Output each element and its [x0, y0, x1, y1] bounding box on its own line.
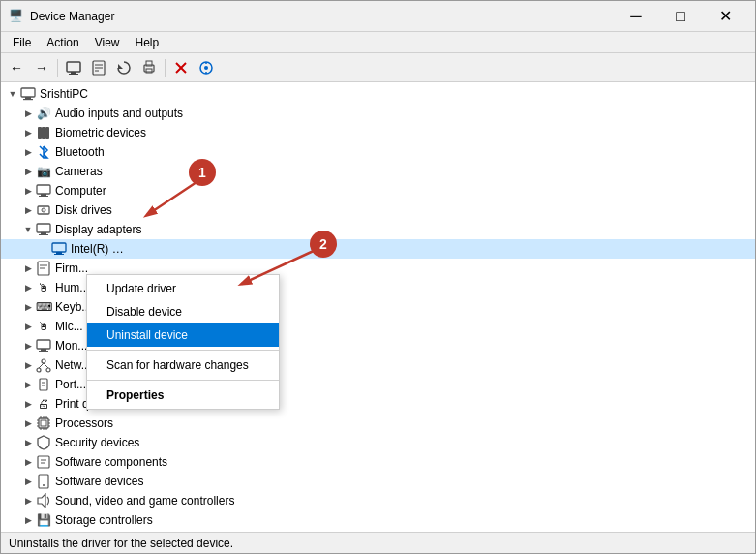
sound-icon [36, 493, 51, 508]
tree-item-display[interactable]: ▼ Display adapters [1, 220, 755, 239]
svg-point-41 [42, 359, 45, 363]
svg-rect-2 [69, 74, 78, 75]
toolbar-forward[interactable]: → [30, 56, 53, 79]
tree-item-cameras[interactable]: ▶ 📷 Cameras [1, 162, 755, 181]
network-icon [36, 357, 51, 373]
svg-rect-33 [56, 252, 62, 254]
minimize-button[interactable]: ─ [614, 1, 658, 32]
cameras-label: Cameras [55, 165, 103, 178]
network-expand-icon[interactable]: ▶ [20, 357, 36, 373]
toolbar-print[interactable] [137, 56, 161, 79]
toolbar-back[interactable]: ← [5, 56, 28, 79]
svg-rect-19 [23, 99, 33, 100]
toolbar: ← → [1, 53, 755, 82]
tree-item-bluetooth[interactable]: ▶ Bluetooth [1, 142, 755, 162]
root-label: SrishtiPC [40, 87, 88, 101]
svg-rect-50 [41, 420, 46, 426]
menu-action[interactable]: Action [39, 34, 86, 51]
close-button[interactable]: ✕ [703, 1, 747, 32]
svg-rect-38 [37, 340, 50, 349]
svg-point-43 [46, 368, 50, 372]
tree-item-sound[interactable]: ▶ Sound, video and game controllers [1, 491, 755, 510]
sw-devices-label: Software devices [55, 475, 143, 488]
menu-file[interactable]: File [5, 34, 39, 51]
keyboard-expand-icon[interactable]: ▶ [20, 299, 36, 315]
toolbar-scan[interactable] [195, 56, 218, 79]
display-label: Display adapters [55, 223, 141, 236]
ctx-properties[interactable]: Properties [87, 384, 279, 407]
ctx-uninstall-device[interactable]: Uninstall device [87, 323, 279, 347]
tree-item-processors[interactable]: ▶ Processors [1, 414, 755, 433]
toolbar-computer[interactable] [62, 56, 85, 79]
tree-item-computer[interactable]: ▶ Computer [1, 181, 755, 200]
root-expand-icon[interactable]: ▼ [5, 86, 20, 102]
bluetooth-expand-icon[interactable]: ▶ [20, 144, 36, 160]
biometric-expand-icon[interactable]: ▶ [20, 125, 36, 140]
tree-item-sw-components[interactable]: ▶ Software components [1, 452, 755, 472]
firmware-label: Firm... [55, 262, 88, 275]
tree-item-disk[interactable]: ▶ Disk drives [1, 200, 755, 220]
print-icon: 🖨 [36, 396, 51, 412]
ports-expand-icon[interactable]: ▶ [20, 377, 36, 392]
status-bar: Uninstalls the driver for the selected d… [1, 532, 755, 553]
annotation-2: 2 [310, 231, 337, 258]
display-expand-icon[interactable]: ▼ [20, 222, 36, 237]
toolbar-sep1 [57, 59, 58, 77]
storage-expand-icon[interactable]: ▶ [20, 512, 36, 528]
menu-view[interactable]: View [87, 34, 128, 51]
sw-dev-expand-icon[interactable]: ▶ [20, 474, 36, 489]
hid-expand-icon[interactable]: ▶ [20, 280, 36, 295]
svg-point-67 [43, 484, 45, 486]
menu-help[interactable]: Help [128, 34, 167, 51]
svg-rect-23 [37, 185, 50, 194]
cameras-expand-icon[interactable]: ▶ [20, 164, 36, 179]
device-tree[interactable]: ▼ SrishtiPC ▶ 🔊 Audio inputs and outputs [1, 82, 755, 532]
svg-rect-0 [67, 62, 80, 72]
ctx-disable-device[interactable]: Disable device [87, 300, 279, 323]
tree-item-system[interactable]: ▶ ⚙ System devices [1, 530, 755, 532]
maximize-button[interactable]: □ [658, 1, 703, 32]
tree-item-audio[interactable]: ▶ 🔊 Audio inputs and outputs [1, 104, 755, 123]
toolbar-properties[interactable] [87, 56, 110, 79]
hid-label: Hum... [55, 281, 89, 294]
sound-expand-icon[interactable]: ▶ [20, 493, 36, 508]
tree-root[interactable]: ▼ SrishtiPC [1, 84, 755, 104]
menu-bar: File Action View Help [1, 32, 755, 53]
audio-expand-icon[interactable]: ▶ [20, 106, 36, 121]
processors-expand-icon[interactable]: ▶ [20, 416, 36, 431]
context-menu: Update driver Disable device Uninstall d… [86, 274, 280, 410]
computer-icon [20, 86, 36, 102]
computer-label: Computer [55, 184, 106, 198]
mice-expand-icon[interactable]: ▶ [20, 319, 36, 334]
svg-rect-32 [52, 243, 66, 252]
tree-item-sw-devices[interactable]: ▶ Software devices [1, 472, 755, 491]
toolbar-remove[interactable] [169, 56, 193, 79]
ctx-scan-hardware[interactable]: Scan for hardware changes [87, 354, 279, 377]
window-controls: ─ □ ✕ [614, 1, 747, 32]
toolbar-sep2 [165, 59, 166, 77]
svg-rect-25 [39, 196, 48, 197]
tree-item-storage[interactable]: ▶ 💾 Storage controllers [1, 510, 755, 530]
ctx-update-driver[interactable]: Update driver [87, 277, 279, 300]
monitors-expand-icon[interactable]: ▶ [20, 338, 36, 354]
cameras-icon: 📷 [36, 164, 51, 179]
processors-label: Processors [55, 416, 113, 430]
window-title: Device Manager [30, 10, 614, 23]
tree-item-security[interactable]: ▶ Security devices [1, 433, 755, 452]
sw-components-label: Software components [55, 455, 167, 469]
tree-item-intel-gpu[interactable]: ▶ Intel(R) UHD Gra... [1, 239, 755, 259]
security-expand-icon[interactable]: ▶ [20, 435, 36, 450]
tree-item-biometric[interactable]: ▶ Biometric devices [1, 123, 755, 142]
print-expand-icon[interactable]: ▶ [20, 396, 36, 412]
sound-label: Sound, video and game controllers [55, 494, 234, 508]
toolbar-refresh[interactable] [112, 56, 136, 79]
sw-comp-expand-icon[interactable]: ▶ [20, 454, 36, 470]
ports-icon [36, 377, 51, 392]
computer-expand-icon[interactable]: ▶ [20, 183, 36, 199]
disk-expand-icon[interactable]: ▶ [20, 202, 36, 218]
svg-rect-34 [54, 254, 64, 255]
monitors-label: Mon... [55, 339, 87, 353]
firmware-expand-icon[interactable]: ▶ [20, 261, 36, 276]
svg-rect-39 [41, 349, 46, 351]
sw-dev-icon [36, 474, 51, 489]
